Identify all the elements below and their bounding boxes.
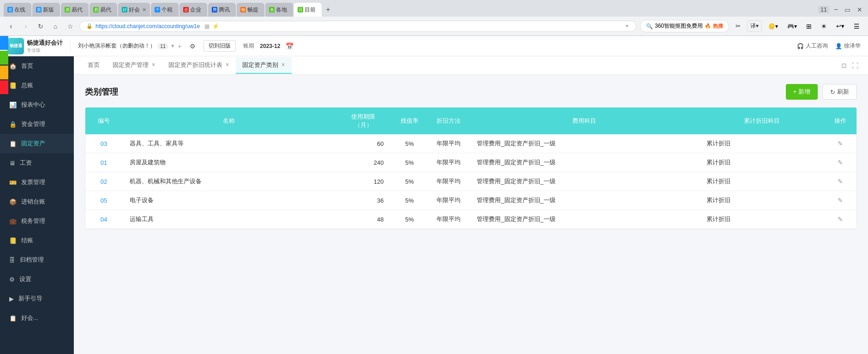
tab-fullscreen-btn[interactable]: ⛶ bbox=[850, 60, 861, 71]
cell-expense: 管理费用_固定资产折旧_一级 bbox=[469, 153, 699, 172]
forward-button[interactable]: › bbox=[20, 21, 31, 32]
tab-close-fa-mgmt[interactable]: ✕ bbox=[151, 62, 156, 68]
sidebar-item-settlement[interactable]: 📒 结账 bbox=[0, 231, 74, 250]
sidebar-item-salary[interactable]: 🖥 工资 bbox=[0, 153, 74, 173]
col-header-accum: 累计折旧科目 bbox=[699, 108, 824, 134]
window-minimize-btn[interactable]: − bbox=[832, 6, 840, 14]
browser-tab-10[interactable]: 各 各地 bbox=[265, 3, 293, 17]
col-header-method: 折旧方法 bbox=[428, 108, 469, 134]
browser-tab-8[interactable]: 腾 腾讯 bbox=[208, 3, 236, 17]
tab-count-badge: 11 bbox=[818, 6, 829, 13]
url-input[interactable]: 🔒 https://cloud.chanjet.com/accounting/u… bbox=[79, 21, 636, 32]
window-maximize-btn[interactable]: ▭ bbox=[843, 6, 852, 13]
wallet-btn[interactable]: 🪙▾ bbox=[766, 22, 781, 31]
cell-action: ✎ bbox=[824, 172, 856, 191]
edit-icon[interactable]: ✎ bbox=[838, 216, 843, 223]
new-tab-button[interactable]: + bbox=[323, 4, 334, 15]
cell-code: 05 bbox=[85, 191, 122, 210]
edit-icon[interactable]: ✎ bbox=[838, 178, 843, 185]
back-button[interactable]: ‹ bbox=[6, 21, 17, 32]
user-add-icon[interactable]: + bbox=[178, 42, 181, 50]
search-box[interactable]: 🔍 360智能抠图免费用 🔥 热搜 bbox=[640, 20, 729, 32]
browser-tab-3[interactable]: 易 易代 bbox=[61, 3, 89, 17]
app-bar-item-3[interactable] bbox=[0, 66, 8, 79]
col-header-expense: 费用科目 bbox=[469, 108, 699, 134]
sidebar-item-home[interactable]: 🏠 首页 bbox=[0, 56, 74, 76]
sidebar-item-archive[interactable]: 🗄 归档管理 bbox=[0, 250, 74, 270]
logo-edition: 专业版 bbox=[27, 47, 63, 54]
browser-tab-1[interactable]: 在 在线 bbox=[4, 3, 31, 17]
browser-menu-btn[interactable]: ☰ bbox=[851, 21, 862, 31]
app-bar-item-4[interactable] bbox=[0, 80, 8, 94]
edit-icon[interactable]: ✎ bbox=[838, 140, 843, 147]
sidebar-item-fixed-assets[interactable]: 📋 固定资产 bbox=[0, 134, 74, 153]
sidebar-label-archive: 归档管理 bbox=[20, 256, 44, 264]
edit-icon[interactable]: ✎ bbox=[838, 197, 843, 204]
tab-home[interactable]: 首页 bbox=[81, 57, 106, 74]
cell-code: 03 bbox=[85, 134, 122, 153]
cell-period: 36 bbox=[335, 191, 391, 210]
sidebar-item-more[interactable]: 📋 好会... bbox=[0, 308, 74, 328]
purchase-sales-icon: 📦 bbox=[9, 198, 17, 205]
add-button[interactable]: + 新增 bbox=[786, 84, 818, 100]
tab-fa-category[interactable]: 固定资产类别 ✕ bbox=[236, 57, 292, 74]
consult-btn[interactable]: 🎧 人工咨询 bbox=[797, 42, 828, 50]
tab-expand-btn[interactable]: ⊡ bbox=[838, 60, 850, 71]
app-bar-item-1[interactable] bbox=[0, 36, 8, 50]
browser-tab-11[interactable]: 目 目前 bbox=[294, 3, 322, 17]
switch-version-btn[interactable]: 切到旧版 bbox=[204, 40, 236, 52]
browser-tab-9[interactable]: 畅 畅提 bbox=[237, 3, 264, 17]
window-close-btn[interactable]: ✕ bbox=[855, 6, 864, 13]
url-dropdown-arrow[interactable]: ▼ bbox=[625, 24, 629, 29]
game-btn[interactable]: 🎮▾ bbox=[784, 22, 800, 31]
sidebar-label-guide: 新手引导 bbox=[18, 294, 42, 303]
refresh-icon: ↻ bbox=[830, 89, 835, 96]
home-button[interactable]: ⌂ bbox=[50, 21, 61, 32]
more-icon: 📋 bbox=[9, 315, 17, 322]
col-header-action: 操作 bbox=[824, 108, 856, 134]
grid-btn[interactable]: ⊞ bbox=[803, 21, 814, 31]
tab-fa-deprec[interactable]: 固定资产折旧统计表 ✕ bbox=[162, 57, 236, 74]
user-name: 刘小艳演示帐套（勿删勿动！） bbox=[78, 42, 156, 50]
sidebar-item-reports[interactable]: 📊 报表中心 bbox=[0, 95, 74, 114]
sidebar-item-ledger[interactable]: 📒 总账 bbox=[0, 76, 74, 95]
sidebar-item-settings[interactable]: ⚙ 设置 bbox=[0, 270, 74, 289]
app-container: 畅捷通 畅捷通好会计 专业版 刘小艳演示帐套（勿删勿动！） 11 ▼ + ⚙ 切… bbox=[0, 36, 868, 354]
sidebar: 🏠 首页 📒 总账 📊 报表中心 🔒 资金管理 📋 固定资产 🖥 工资 bbox=[0, 56, 74, 354]
edit-icon[interactable]: ✎ bbox=[838, 159, 843, 166]
sidebar-item-guide[interactable]: ▶ 新手引导 bbox=[0, 289, 74, 308]
user-avatar[interactable]: 👤 徐泽华 bbox=[835, 42, 861, 50]
reload-button[interactable]: ↻ bbox=[35, 21, 46, 32]
browser-tab-2[interactable]: 新 新版 bbox=[32, 3, 60, 17]
cell-action: ✎ bbox=[824, 210, 856, 229]
sidebar-label-invoice: 发票管理 bbox=[21, 178, 45, 186]
user-dropdown-arrow[interactable]: ▼ bbox=[170, 43, 175, 48]
sidebar-item-tax[interactable]: 💼 税务管理 bbox=[0, 211, 74, 231]
invoice-icon: 🎫 bbox=[9, 179, 17, 186]
translate-btn[interactable]: 译▾ bbox=[747, 20, 762, 32]
tab-close-fa-category[interactable]: ✕ bbox=[281, 62, 285, 68]
period-value: 2023-12 bbox=[260, 43, 280, 49]
cell-code: 01 bbox=[85, 153, 122, 172]
refresh-button[interactable]: ↻ 刷新 bbox=[822, 84, 857, 100]
browser-tab-4[interactable]: 易 易代 bbox=[90, 3, 117, 17]
cell-expense: 管理费用_固定资产折旧_一级 bbox=[469, 172, 699, 191]
tab-close-fa-deprec[interactable]: ✕ bbox=[225, 62, 229, 68]
browser-tab-6[interactable]: 个 个税 bbox=[151, 3, 179, 17]
tab-fa-mgmt[interactable]: 固定资产管理 ✕ bbox=[106, 57, 162, 74]
calendar-icon[interactable]: 📅 bbox=[286, 42, 293, 50]
app-header: 畅捷通 畅捷通好会计 专业版 刘小艳演示帐套（勿删勿动！） 11 ▼ + ⚙ 切… bbox=[0, 36, 868, 56]
browser-tab-7[interactable]: 企 企业 bbox=[180, 3, 207, 17]
sidebar-item-invoice[interactable]: 🎫 发票管理 bbox=[0, 173, 74, 192]
app-bar-item-2[interactable] bbox=[0, 51, 8, 65]
sidebar-item-funds[interactable]: 🔒 资金管理 bbox=[0, 114, 74, 134]
sidebar-item-purchase-sales[interactable]: 📦 进销台账 bbox=[0, 192, 74, 211]
tab-close-5[interactable]: ✕ bbox=[142, 7, 146, 13]
undo-btn[interactable]: ↩▾ bbox=[833, 21, 847, 31]
table-row: 05 电子设备 36 5% 年限平均 管理费用_固定资产折旧_一级 累计折旧 ✎ bbox=[85, 191, 856, 210]
brightness-btn[interactable]: ☀ bbox=[818, 21, 830, 31]
bookmark-button[interactable]: ☆ bbox=[65, 21, 76, 32]
browser-tab-5[interactable]: 好 好会 ✕ bbox=[118, 3, 150, 17]
cut-icon-btn[interactable]: ✂ bbox=[733, 21, 743, 31]
header-settings-btn[interactable]: ⚙ bbox=[187, 41, 198, 52]
